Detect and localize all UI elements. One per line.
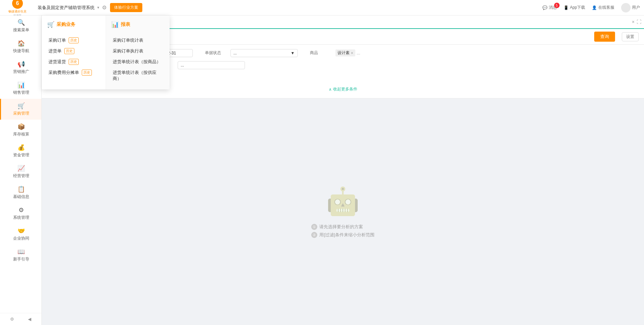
sidebar-item-operations[interactable]: 📈 经营管理: [0, 161, 41, 182]
salesperson-select[interactable]: ...: [178, 61, 245, 69]
collapse-label: 收起更多条件: [333, 86, 357, 92]
sidebar-bottom: ⚙ ◀: [0, 313, 41, 325]
purchase-icon: 🛒: [17, 102, 25, 110]
collapse-icon: ∧: [329, 87, 332, 92]
po-exec-label: 采购订单执行表: [113, 48, 143, 54]
sidebar-item-enterprise[interactable]: 🤝 企业协同: [0, 224, 41, 245]
sidebar-collapse-icon[interactable]: ◀: [28, 317, 31, 322]
service-icon: 👤: [592, 5, 597, 10]
hint-item-2: ② 用[过滤]条件来缩小分析范围: [311, 232, 374, 238]
inventory-icon: 📦: [17, 123, 25, 130]
hist-badge-return: 历史: [69, 59, 79, 65]
system-icon: ⚙: [19, 206, 24, 214]
dropdown-item-incoming-goods[interactable]: 进货单统计表（按商品）: [111, 56, 165, 67]
goods-tag: 设计素 ×: [335, 49, 355, 56]
dropdown-header-label: 采购业务: [57, 22, 75, 28]
sidebar-item-label: 销售管理: [13, 90, 29, 95]
system-settings-icon[interactable]: ⚙: [102, 4, 107, 11]
app-download-label: App下载: [570, 5, 585, 10]
sidebar-settings-icon[interactable]: ⚙: [10, 317, 14, 322]
logo-icon: 6: [12, 0, 23, 9]
dropdown-item-incoming-supplier[interactable]: 进货单统计表（按供应商）: [111, 67, 165, 84]
sidebar-item-inventory[interactable]: 📦 库存核算: [0, 120, 41, 140]
enterprise-icon: 🤝: [17, 227, 25, 235]
collapse-btn[interactable]: ∧ 收起更多条件: [329, 84, 357, 94]
logo-area: 6 畅捷通好生意 标准版: [4, 0, 31, 17]
dropdown-item-purchase-order[interactable]: 采购订单 历史: [47, 35, 100, 46]
home-icon: 🏠: [17, 40, 25, 47]
sales-icon: 📊: [17, 81, 25, 89]
sidebar-item-label: 经营管理: [13, 173, 29, 179]
sidebar-item-marketing[interactable]: 📢 营销推广: [0, 57, 41, 78]
empty-hint: ① 请先选择要分析的方案 ② 用[过滤]条件来缩小分析范围: [311, 224, 374, 238]
system-title-area: 装备及固定资产辅助管理系统 ▼ ⚙: [38, 4, 107, 11]
hint-item-1: ① 请先选择要分析的方案: [311, 224, 374, 230]
phone-icon: 📱: [564, 5, 569, 10]
query-button[interactable]: 查询: [594, 32, 615, 42]
sidebar-item-finance[interactable]: 💰 资金管理: [0, 140, 41, 161]
sidebar-item-label: 营销推广: [13, 69, 29, 75]
purchase-order-label: 采购订单: [48, 37, 66, 43]
marketing-icon: 📢: [17, 60, 25, 68]
sidebar-item-sales[interactable]: 📊 销售管理: [0, 78, 41, 99]
system-title: 装备及固定资产辅助管理系统: [38, 5, 95, 11]
online-service-item[interactable]: 👤 在线客服: [592, 5, 614, 10]
incoming-goods-label: 进货单统计表（按商品）: [113, 59, 161, 65]
messages-item[interactable]: 💬 消息 5: [542, 5, 557, 10]
sidebar-item-search[interactable]: 🔍 搜索菜单: [0, 15, 41, 36]
set-button[interactable]: 设置: [622, 32, 639, 41]
guide-icon: 📖: [17, 248, 25, 255]
sidebar-item-label: 库存核算: [13, 131, 29, 137]
logo-text: 畅捷通好生意: [8, 9, 27, 14]
sidebar: 🔍 搜索菜单 🏠 快捷导航 📢 营销推广 📊 销售管理 🛒 采购管理 📦: [0, 15, 42, 325]
incoming-supplier-label: 进货单统计表（按供应商）: [113, 70, 163, 82]
industry-btn[interactable]: 体验行业方案: [110, 3, 142, 12]
tab-close-all-icon[interactable]: ×: [632, 19, 635, 25]
messages-badge: 5: [554, 3, 560, 8]
sidebar-item-label: 基础信息: [13, 194, 29, 200]
empty-state: 🤖 ① 请先选择要分析的方案 ② 用[过滤]条件来缩小分析范围: [42, 98, 644, 325]
top-bar-right: 💬 消息 5 📱 App下载 👤 在线客服 用户: [542, 3, 640, 12]
status-select[interactable]: ... ▼: [230, 49, 298, 57]
goods-tag-text: 设计素: [337, 50, 350, 56]
dropdown-item-po-stats[interactable]: 采购订单统计表: [111, 35, 165, 46]
hist-badge-expense: 历史: [82, 70, 92, 76]
sidebar-item-system[interactable]: ⚙ 系统管理: [0, 203, 41, 224]
dropdown-item-po-exec[interactable]: 采购订单执行表: [111, 46, 165, 56]
hint-text-2: 用[过滤]条件来缩小分析范围: [319, 232, 374, 238]
user-avatar: [621, 3, 631, 12]
goods-tag-close-icon[interactable]: ×: [351, 51, 353, 55]
dropdown-item-expense[interactable]: 采购费用分摊单 历史: [47, 67, 100, 78]
sidebar-item-label: 快捷导航: [13, 48, 29, 54]
salesperson-placeholder: ...: [181, 63, 184, 68]
sidebar-item-nav[interactable]: 🏠 快捷导航: [0, 36, 41, 57]
sidebar-item-label: 采购管理: [13, 111, 29, 116]
sidebar-item-label: 新手引导: [13, 256, 29, 262]
goods-more-dots[interactable]: ...: [357, 50, 360, 55]
hist-badge-incoming: 历史: [64, 48, 74, 54]
sidebar-item-label: 资金管理: [13, 152, 29, 158]
message-icon: 💬: [542, 5, 547, 10]
user-item[interactable]: 用户: [621, 3, 640, 12]
sidebar-item-guide[interactable]: 📖 新手引导: [0, 245, 41, 266]
search-icon: 🔍: [17, 19, 25, 26]
sidebar-item-purchase[interactable]: 🛒 采购管理: [0, 99, 41, 120]
dropdown-report-label: 报表: [121, 22, 130, 28]
expense-label: 采购费用分摊单: [48, 70, 79, 76]
system-title-dropdown[interactable]: ▼: [97, 6, 100, 9]
basic-icon: 📋: [17, 186, 25, 193]
app-download-item[interactable]: 📱 App下载: [564, 5, 585, 10]
dropdown-col-purchase: 🛒 采购业务 采购订单 历史 进货单 历史 进货退货 历史 采购费用分摊单 历史: [42, 15, 106, 89]
purchase-header-icon: 🛒: [47, 21, 55, 28]
hint-num-2: ②: [311, 232, 317, 238]
tab-bar-controls: × ⛶: [632, 19, 644, 25]
dropdown-item-return[interactable]: 进货退货 历史: [47, 56, 100, 67]
sidebar-item-label: 企业协同: [13, 236, 29, 241]
dropdown-header-purchase: 🛒 采购业务: [47, 21, 100, 31]
sidebar-item-label: 系统管理: [13, 215, 29, 220]
sidebar-item-basic[interactable]: 📋 基础信息: [0, 182, 41, 203]
dropdown-item-incoming[interactable]: 进货单 历史: [47, 46, 100, 56]
empty-illustration: 🤖: [326, 186, 360, 217]
hint-num-1: ①: [311, 224, 317, 230]
tab-expand-icon[interactable]: ⛶: [637, 19, 641, 25]
